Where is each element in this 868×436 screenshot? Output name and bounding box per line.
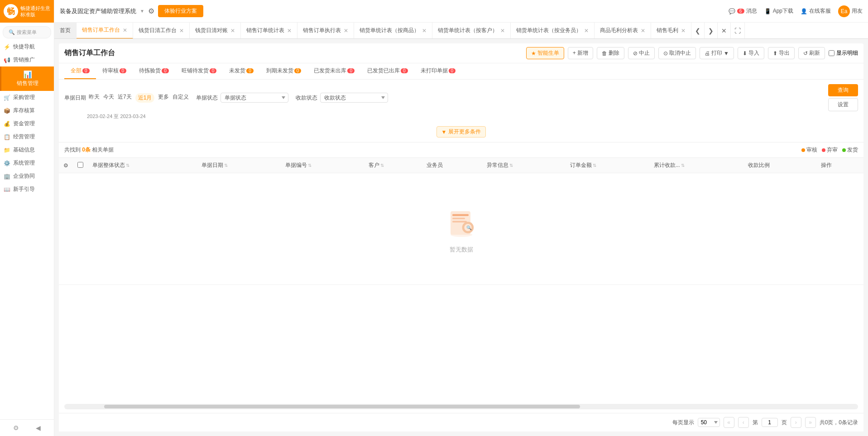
cancel-stop-button[interactable]: ⊙ 取消中止 bbox=[658, 47, 696, 59]
tab-sales-stats-staff[interactable]: 销货单统计表（按业务员） ✕ bbox=[511, 23, 595, 39]
date-opt-7days[interactable]: 近7天 bbox=[118, 93, 132, 103]
date-opt-more[interactable]: 更多 bbox=[158, 93, 169, 103]
show-detail-checkbox[interactable] bbox=[829, 50, 834, 56]
tab-sales-exec[interactable]: 销售订单执行表 ✕ bbox=[297, 23, 354, 39]
sidebar-item-system[interactable]: ⚙️ 系统管理 bbox=[0, 156, 54, 170]
sidebar-item-basic-info[interactable]: 📁 基础信息 bbox=[0, 143, 54, 156]
subtab-wangpu-pending[interactable]: 旺铺待发货0 bbox=[175, 63, 223, 79]
sidebar-item-purchase[interactable]: 🛒 采购管理 bbox=[0, 91, 54, 104]
tab-sales-stats[interactable]: 销售订单统计表 ✕ bbox=[241, 23, 297, 39]
tab-sales-more[interactable]: 销售毛利 ✕ bbox=[651, 23, 691, 39]
subtab-shipped-not-in[interactable]: 已发货未出库0 bbox=[307, 63, 361, 79]
sidebar-settings-btn[interactable]: ⚙ bbox=[13, 424, 19, 431]
horizontal-scrollbar[interactable] bbox=[64, 404, 858, 409]
tab-sales-stats-customer-close[interactable]: ✕ bbox=[500, 28, 505, 34]
tab-cash-goods-account-close[interactable]: ✕ bbox=[230, 28, 235, 34]
tab-sales-workbench[interactable]: 销售订单工作台 ✕ bbox=[77, 23, 133, 39]
tab-product-margin-close[interactable]: ✕ bbox=[641, 28, 645, 34]
subtab-not-shipped[interactable]: 未发货0 bbox=[223, 63, 260, 79]
subtab-pending-inspection[interactable]: 待拣验货0 bbox=[133, 63, 175, 79]
page-next-btn[interactable]: › bbox=[791, 417, 801, 428]
page-size-select[interactable]: 50 10 20 100 bbox=[698, 418, 720, 427]
tab-cash-goods-account[interactable]: 钱货日清对账 ✕ bbox=[190, 23, 241, 39]
tab-fullscreen[interactable]: ⛶ bbox=[731, 23, 745, 39]
review-btn[interactable]: 审核 bbox=[801, 146, 817, 154]
sidebar-item-operation[interactable]: 📋 经营管理 bbox=[0, 130, 54, 143]
date-opt-custom[interactable]: 自定义 bbox=[173, 93, 189, 103]
export-button[interactable]: ⬆ 导出 bbox=[768, 47, 795, 59]
subtab-overdue-not-shipped[interactable]: 到期未发货0 bbox=[260, 63, 308, 79]
date-opt-today[interactable]: 今天 bbox=[103, 93, 114, 103]
subtab-not-printed[interactable]: 未打印单据0 bbox=[414, 63, 462, 79]
sort-customer-icon[interactable]: ⇅ bbox=[380, 163, 384, 168]
show-detail-checkbox-label[interactable]: 显示明细 bbox=[829, 49, 858, 57]
page-input[interactable] bbox=[762, 418, 778, 427]
query-button[interactable]: 查询 bbox=[828, 84, 858, 96]
tab-sales-stats-staff-close[interactable]: ✕ bbox=[584, 28, 589, 34]
tab-sales-exec-close[interactable]: ✕ bbox=[344, 28, 348, 34]
sort-date-icon[interactable]: ⇅ bbox=[224, 163, 228, 168]
tab-home[interactable]: 首页 bbox=[54, 23, 77, 39]
search-menu[interactable]: 🔍 搜索菜单 bbox=[3, 26, 51, 38]
subtab-pending-review[interactable]: 待审核0 bbox=[96, 63, 133, 79]
message-btn[interactable]: 💬 6 消息 bbox=[729, 7, 757, 15]
page-last-btn[interactable]: » bbox=[805, 417, 816, 428]
sidebar-item-enterprise[interactable]: 🏢 企业协同 bbox=[0, 170, 54, 183]
table-area: 共找到 0条 相关单据 审核 弃审 发货 bbox=[59, 142, 863, 400]
ship-btn[interactable]: 发货 bbox=[842, 146, 858, 154]
th-settings[interactable]: ⚙ bbox=[59, 158, 73, 173]
delete-button[interactable]: 🗑 删除 bbox=[597, 47, 624, 59]
sort-collected-icon[interactable]: ⇅ bbox=[681, 163, 685, 168]
sidebar-item-guide[interactable]: 📖 新手引导 bbox=[0, 183, 54, 196]
tab-sales-stats-product[interactable]: 销货单统计表（按商品） ✕ bbox=[354, 23, 432, 39]
subtab-shipped-out[interactable]: 已发货已出库0 bbox=[361, 63, 414, 79]
tab-sales-workbench-close[interactable]: ✕ bbox=[123, 27, 127, 33]
app-download-btn[interactable]: 📱 App下载 bbox=[764, 7, 793, 15]
system-title-dropdown[interactable]: ▼ bbox=[140, 9, 144, 14]
tab-product-margin[interactable]: 商品毛利分析表 ✕ bbox=[595, 23, 651, 39]
sort-number-icon[interactable]: ⇅ bbox=[308, 163, 312, 168]
expand-button[interactable]: ▼ 展开更多条件 bbox=[436, 126, 486, 137]
date-opt-yesterday[interactable]: 昨天 bbox=[89, 93, 100, 103]
subtab-not-printed-count: 0 bbox=[449, 68, 456, 73]
set-button[interactable]: 设置 bbox=[828, 98, 858, 111]
cancel-review-btn[interactable]: 弃审 bbox=[822, 146, 838, 154]
page-prev-btn[interactable]: ‹ bbox=[738, 417, 749, 428]
tab-sales-stats-close[interactable]: ✕ bbox=[287, 28, 292, 34]
tab-sales-more-close[interactable]: ✕ bbox=[681, 28, 686, 34]
th-checkbox[interactable] bbox=[73, 158, 88, 173]
tab-close-all[interactable]: ✕ bbox=[718, 23, 731, 39]
import-button[interactable]: ⬇ 导入 bbox=[738, 47, 764, 59]
online-service-btn[interactable]: 👤 在线客服 bbox=[801, 7, 831, 15]
sort-status-icon[interactable]: ⇅ bbox=[126, 163, 129, 168]
sort-abnormal-icon[interactable]: ⇅ bbox=[509, 163, 513, 168]
sidebar-item-finance[interactable]: 💰 资金管理 bbox=[0, 117, 54, 130]
tab-sales-stats-product-close[interactable]: ✕ bbox=[422, 28, 427, 34]
select-all-checkbox[interactable] bbox=[77, 162, 83, 168]
user-area[interactable]: Ea 用友 bbox=[838, 5, 863, 17]
subtab-all[interactable]: 全部0 bbox=[64, 63, 96, 79]
stop-button[interactable]: ⊘ 中止 bbox=[628, 47, 655, 59]
sidebar-collapse-btn[interactable]: ◀ bbox=[36, 424, 41, 431]
smart-create-button[interactable]: ★ 智能生单 bbox=[526, 47, 564, 59]
date-opt-1month[interactable]: 近1月 bbox=[135, 93, 155, 103]
sidebar-item-quick-nav[interactable]: ⚡ 快捷导航 bbox=[0, 40, 54, 53]
status-filter-select[interactable]: 单据状态 bbox=[221, 93, 288, 103]
sort-amount-icon[interactable]: ⇅ bbox=[593, 163, 596, 168]
tab-cash-daily-close[interactable]: ✕ bbox=[179, 28, 184, 34]
page-first-btn[interactable]: « bbox=[724, 417, 734, 428]
sidebar-item-sales[interactable]: 📊 销售管理 bbox=[0, 66, 54, 91]
tab-sales-stats-customer[interactable]: 销货单统计表（按客户） ✕ bbox=[432, 23, 511, 39]
sidebar-item-marketing[interactable]: 📢 营销推广 bbox=[0, 53, 54, 66]
tab-cash-daily[interactable]: 钱货日清工作台 ✕ bbox=[133, 23, 190, 39]
tab-nav-next[interactable]: ❯ bbox=[705, 23, 718, 39]
solution-button[interactable]: 体验行业方案 bbox=[158, 5, 203, 17]
print-button[interactable]: 🖨 打印 ▼ bbox=[700, 47, 734, 59]
tab-nav-prev[interactable]: ❮ bbox=[691, 23, 705, 39]
sidebar-item-inventory[interactable]: 📦 库存核算 bbox=[0, 104, 54, 117]
pay-status-filter-select[interactable]: 收款状态 bbox=[320, 93, 388, 103]
refresh-button[interactable]: ↺ 刷新 bbox=[798, 47, 825, 59]
add-button[interactable]: + 新增 bbox=[568, 47, 593, 59]
scrollbar-thumb[interactable] bbox=[104, 405, 580, 408]
topbar-settings-icon[interactable]: ⚙ bbox=[148, 7, 154, 15]
